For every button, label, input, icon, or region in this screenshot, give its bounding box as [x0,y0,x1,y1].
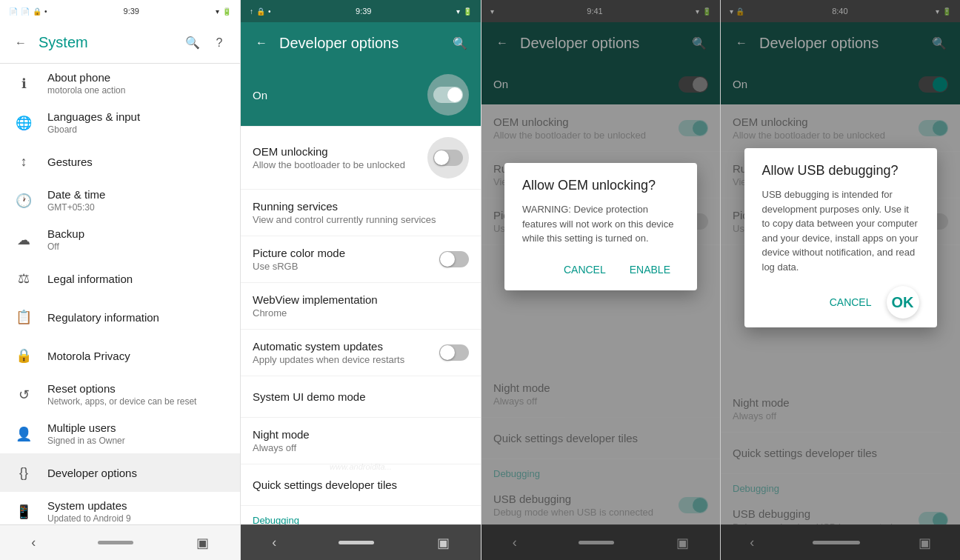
sidebar-item-users[interactable]: 👤 Multiple users Signed in as Owner [0,414,240,453]
usb-dialog-title: Allow USB debugging? [762,163,919,179]
system-ui-item[interactable]: System UI demo mode [241,376,481,418]
regulatory-icon: 📋 [12,305,36,329]
backup-sublabel: Off [47,241,84,252]
home-indicator-left[interactable] [98,541,133,544]
languages-icon: 🌐 [12,111,36,135]
recents-nav-middle[interactable]: ▣ [437,535,450,551]
sidebar-item-updates[interactable]: 📱 System updates Updated to Android 9 [0,492,240,524]
sidebar-item-languages[interactable]: 🌐 Languages & input Gboard [0,103,240,142]
system-ui-title: System UI demo mode [253,390,366,403]
oem-subtitle: Allow the bootloader to be unlocked [253,159,405,170]
battery-icon-left: 🔋 [222,7,231,16]
about-icon: ℹ [12,72,36,96]
oem-title: OEM unlocking [253,145,405,158]
wifi-icon-mid: ▾ [456,7,460,16]
sidebar-item-reset[interactable]: ↺ Reset options Network, apps, or device… [0,375,240,414]
night-subtitle: Always off [253,442,310,453]
middle-left-status: ↑ 🔒 • [250,7,271,16]
regulatory-label: Regulatory information [47,311,159,324]
search-button-left[interactable]: 🔍 [184,34,201,52]
left-panel: 📄 📄 🔒 • 9:39 ▾ 🔋 ← System 🔍 ? ℹ About ph… [0,0,241,560]
battery-icon-mid: 🔋 [463,7,472,16]
back-nav-middle[interactable]: ‹ [272,535,276,550]
languages-label: Languages & input [47,110,140,123]
legal-label: Legal information [47,273,133,285]
languages-sublabel: Gboard [47,124,140,135]
sidebar-item-privacy[interactable]: 🔒 Motorola Privacy [0,336,240,375]
users-icon: 👤 [12,422,36,446]
oem-unlocking-item[interactable]: OEM unlocking Allow the bootloader to be… [241,127,481,190]
on-row-middle[interactable]: On [241,64,481,127]
sidebar-item-datetime[interactable]: 🕐 Date & time GMT+05:30 [0,181,240,220]
on-toggle-middle[interactable] [433,87,463,103]
toolbar-title-left: System [39,34,175,51]
gestures-icon: ↕ [12,150,36,173]
usb-cancel-btn[interactable]: Cancel [821,286,881,319]
debugging-header-middle: Debugging [241,506,481,524]
about-sublabel: motorola one action [47,85,125,96]
back-button-left[interactable]: ← [12,34,30,52]
on-toggle-thumb-middle [447,87,462,102]
right-panel-2: ▾ 🔒 8:40 ▾ 🔋 ← Developer options 🔍 On OE… [721,0,960,560]
usb-dialog: Allow USB debugging? USB debugging is in… [744,148,937,327]
time-left: 9:39 [124,7,139,16]
webview-subtitle: Chrome [253,307,378,319]
about-label: About phone [47,71,125,84]
reset-icon: ↺ [12,383,36,407]
time-middle: 9:39 [356,7,371,16]
lock-icon: 🔒 [33,7,41,16]
running-services-item[interactable]: Running services View and control curren… [241,190,481,236]
quick-title: Quick settings developer tiles [253,479,397,491]
oem-toggle[interactable] [433,150,463,166]
right-panel-1: ▾ 9:41 ▾ 🔋 ← Developer options 🔍 On OEM … [481,0,721,560]
oem-dialog-body: WARNING: Device protection features will… [522,202,679,246]
back-button-middle[interactable]: ← [253,34,270,52]
bottom-nav-left: ‹ ▣ [0,524,240,560]
home-indicator-middle[interactable] [339,541,374,544]
sidebar-item-developer[interactable]: {} Developer options [0,453,240,492]
night-title: Night mode [253,428,310,441]
sidebar-item-gestures[interactable]: ↕ Gestures [0,142,240,181]
legal-icon: ⚖ [12,267,36,290]
usb-dialog-buttons: Cancel OK [762,286,919,319]
sidebar-item-about[interactable]: ℹ About phone motorola one action [0,64,240,103]
oem-dialog-title: Allow OEM unlocking? [522,178,679,193]
webview-title: WebView implementation [253,293,378,306]
sidebar-item-regulatory[interactable]: 📋 Regulatory information [0,298,240,336]
datetime-label: Date & time [47,188,105,201]
back-nav-left[interactable]: ‹ [31,535,36,550]
developer-label: Developer options [47,467,137,479]
oem-enable-btn[interactable]: Enable [621,258,679,281]
datetime-sublabel: GMT+05:30 [47,202,105,213]
night-mode-item[interactable]: Night mode Always off [241,418,481,464]
auto-updates-item[interactable]: Automatic system updates Apply updates w… [241,330,481,376]
oem-dialog: Allow OEM unlocking? WARNING: Device pro… [504,163,697,290]
backup-label: Backup [47,227,84,240]
help-button-left[interactable]: ? [210,34,228,52]
bottom-nav-middle: ‹ ▣ [241,524,481,560]
usb-ok-btn[interactable]: OK [887,286,919,319]
sidebar-item-legal[interactable]: ⚖ Legal information [0,259,240,298]
sidebar-item-backup[interactable]: ☁ Backup Off [0,220,240,259]
auto-toggle[interactable] [439,344,469,361]
picture-toggle[interactable] [439,251,469,267]
running-subtitle: View and control currently running servi… [253,214,436,225]
webview-item[interactable]: WebView implementation Chrome [241,283,481,330]
settings-content-middle: OEM unlocking Allow the bootloader to be… [241,127,481,524]
reset-sublabel: Network, apps, or device can be reset [47,396,196,407]
oem-cancel-btn[interactable]: Cancel [555,258,615,281]
dialog-overlay-r1: Allow OEM unlocking? WARNING: Device pro… [481,0,720,560]
picture-color-item[interactable]: Picture color mode Use sRGB [241,236,481,283]
users-sublabel: Signed in as Owner [47,436,125,446]
quick-settings-item[interactable]: Quick settings developer tiles [241,464,481,506]
doc2-icon: 📄 [21,7,30,16]
developer-icon: {} [12,461,36,484]
privacy-icon: 🔒 [12,344,36,367]
on-label-middle: On [253,89,267,101]
search-button-middle[interactable]: 🔍 [451,34,469,52]
right-status-middle: ▾ 🔋 [456,7,472,16]
auto-title: Automatic system updates [253,340,404,353]
recents-nav-left[interactable]: ▣ [196,535,209,551]
datetime-icon: 🕐 [12,189,36,213]
arrow-icon-mid: ↑ [250,7,253,16]
